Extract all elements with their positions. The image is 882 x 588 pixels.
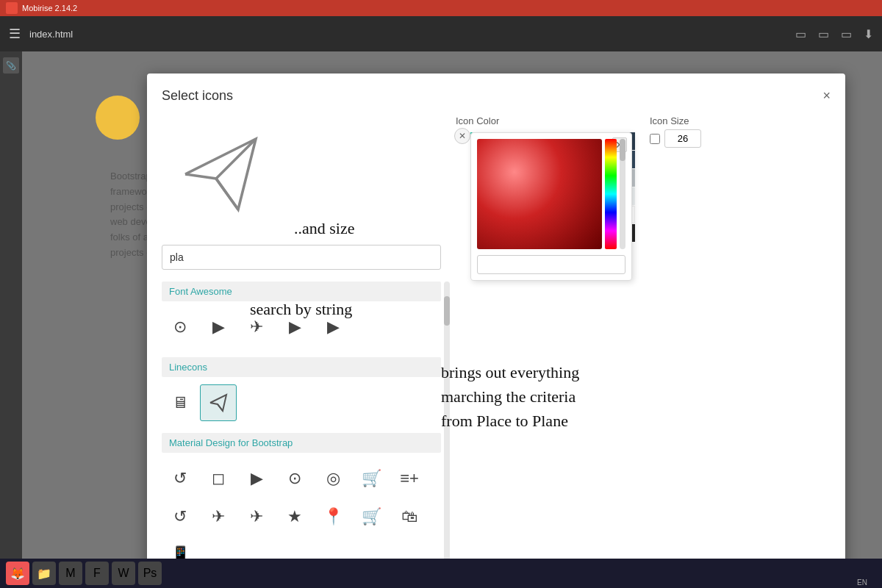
left-panel: Font Awesome ⊙ ▶ ✈ ▶ ▶ bbox=[162, 115, 441, 559]
fa-icon-plane[interactable]: ✈ bbox=[238, 309, 275, 345]
icon-group-material: Material Design for Bootstrap ↺ ◻ ▶ ⊙ ◎ … bbox=[162, 433, 441, 559]
taskbar-top: Mobirise 2.14.2 bbox=[0, 0, 882, 16]
lc-icon-desktop[interactable]: 🖥 bbox=[162, 384, 198, 421]
hamburger-icon[interactable]: ☰ bbox=[9, 26, 21, 42]
tablet-icon[interactable]: ▭ bbox=[818, 27, 829, 41]
svg-line-0 bbox=[216, 179, 238, 209]
mobile-icon[interactable]: ▭ bbox=[841, 27, 852, 41]
material-header: Material Design for Bootstrap bbox=[162, 433, 441, 453]
fa-icon-play[interactable]: ▶ bbox=[200, 309, 237, 345]
app2-taskbar-icon[interactable]: M bbox=[59, 562, 82, 585]
scroll-track[interactable] bbox=[444, 282, 450, 559]
md-icon-place[interactable]: 📍 bbox=[315, 498, 351, 535]
svg-line-2 bbox=[218, 404, 223, 411]
md-icon-playlist-add[interactable]: ≡+ bbox=[391, 460, 428, 497]
fa-icon-play-circle-outline[interactable]: ⊙ bbox=[162, 309, 198, 345]
fa-icon-play-circle[interactable]: ▶ bbox=[276, 309, 313, 345]
icon-group-linecons: Linecons 🖥 bbox=[162, 357, 441, 424]
modal-header: Select icons × bbox=[162, 88, 831, 104]
md-icon-play-circle-outline[interactable]: ◎ bbox=[315, 460, 351, 497]
md-icon-airplanemode-on[interactable]: ✈ bbox=[238, 498, 275, 535]
md-icon-shopping-bag[interactable]: 🛍 bbox=[391, 498, 428, 535]
fa-icon-youtube-play[interactable]: ▶ bbox=[315, 309, 351, 345]
firefox-taskbar-icon[interactable]: 🦊 bbox=[6, 562, 29, 585]
md-icon-brightness[interactable]: ◻ bbox=[200, 460, 237, 497]
linecons-header: Linecons bbox=[162, 357, 441, 377]
picker-scrollbar[interactable] bbox=[620, 139, 625, 249]
icon-size-label: Icon Size bbox=[650, 115, 701, 126]
picker-hue-bar[interactable] bbox=[605, 139, 617, 249]
picker-color-area bbox=[477, 139, 625, 249]
linecons-icons: 🖥 bbox=[162, 381, 441, 424]
modal-title: Select icons bbox=[162, 88, 233, 104]
top-icons: ▭ ▭ ▭ ⬇ bbox=[795, 27, 873, 41]
left-sidebar: 📎 bbox=[0, 51, 22, 559]
icon-color-label: Icon Color bbox=[456, 115, 635, 126]
content-area: 📎 Bootstrap is the most popular HTML, CS… bbox=[0, 51, 882, 559]
app-title: Mobirise 2.14.2 bbox=[22, 4, 77, 12]
md-icon-stars[interactable]: ★ bbox=[276, 498, 313, 535]
modal-close-button[interactable]: × bbox=[822, 88, 831, 104]
font-awesome-icons: ⊙ ▶ ✈ ▶ ▶ bbox=[162, 306, 441, 348]
word-taskbar-icon[interactable]: W bbox=[112, 562, 135, 585]
filename-label: index.html bbox=[29, 29, 73, 40]
md-icon-shop[interactable]: 🛒 bbox=[353, 460, 390, 497]
picker-hex-input[interactable] bbox=[477, 255, 625, 274]
icon-list-scroll: Font Awesome ⊙ ▶ ✈ ▶ ▶ bbox=[162, 282, 441, 559]
material-icons: ↺ ◻ ▶ ⊙ ◎ 🛒 ≡+ ↺ ✈ ✈ bbox=[162, 457, 441, 559]
monitor-icon[interactable]: ▭ bbox=[795, 27, 806, 41]
size-input[interactable] bbox=[664, 129, 701, 148]
md-icon-replay-alt[interactable]: ↺ bbox=[162, 498, 198, 535]
font-awesome-header: Font Awesome bbox=[162, 282, 441, 301]
md-icon-cast[interactable]: 📱 bbox=[162, 537, 198, 559]
scroll-thumb[interactable] bbox=[444, 296, 450, 326]
lc-icon-plane[interactable] bbox=[200, 384, 237, 421]
search-input[interactable] bbox=[162, 245, 441, 270]
download-icon[interactable]: ⬇ bbox=[864, 27, 873, 41]
app-icon bbox=[6, 2, 18, 14]
picker-scrollbar-thumb bbox=[620, 139, 625, 161]
sidebar-clip-icon[interactable]: 📎 bbox=[3, 57, 19, 74]
color-picker-panel: ✕ bbox=[470, 132, 632, 281]
md-icon-shopping-cart[interactable]: 🛒 bbox=[353, 498, 390, 535]
paper-plane-preview-icon bbox=[176, 130, 265, 218]
size-field-row bbox=[650, 129, 701, 148]
language-label: EN bbox=[857, 578, 867, 587]
md-icon-airplanemode-off[interactable]: ✈ bbox=[200, 498, 237, 535]
size-checkbox[interactable] bbox=[650, 134, 660, 144]
explorer-taskbar-icon[interactable]: 📁 bbox=[32, 562, 56, 585]
modal-overlay: Select icons × bbox=[22, 51, 882, 559]
md-icon-play-circle[interactable]: ⊙ bbox=[276, 460, 313, 497]
size-field-group: Icon Size bbox=[650, 115, 701, 148]
icon-preview bbox=[162, 115, 279, 233]
icon-group-font-awesome: Font Awesome ⊙ ▶ ✈ ▶ ▶ bbox=[162, 282, 441, 348]
md-icon-replay[interactable]: ↺ bbox=[162, 460, 198, 497]
color-close-button[interactable]: ✕ bbox=[454, 128, 470, 144]
ps-taskbar-icon[interactable]: Ps bbox=[138, 562, 162, 585]
taskbar-bottom: 🦊 📁 M F W Ps EN bbox=[0, 559, 882, 588]
app-bar: ☰ index.html ▭ ▭ ▭ ⬇ bbox=[0, 16, 882, 51]
md-icon-play-arrow[interactable]: ▶ bbox=[238, 460, 275, 497]
ftp-taskbar-icon[interactable]: F bbox=[85, 562, 109, 585]
picker-gradient[interactable] bbox=[477, 139, 602, 249]
page-area: Bootstrap is the most popular HTML, CSS,… bbox=[22, 51, 882, 559]
